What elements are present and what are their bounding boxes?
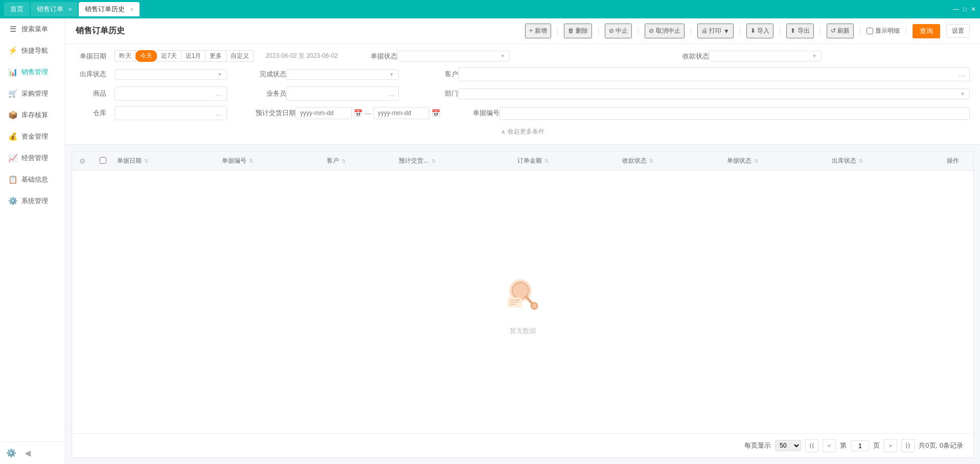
date-btn-7days[interactable]: 近7天 [156,50,181,62]
window-controls: — □ ✕ [953,6,976,13]
data-table: ⚙ 单据日期 ⇅ 单据编号 ⇅ [72,151,973,171]
collapse-bar[interactable]: ∧ 收起更多条件 [76,125,970,138]
page-size-select[interactable]: 50 10 20 100 [775,440,801,451]
import-button[interactable]: ⬇ 导入 [746,24,773,38]
tab-sales-order-history[interactable]: 销售订单历史 × [79,2,139,16]
date-btn-custom[interactable]: 自定义 [226,50,254,62]
tab-sales-order-close[interactable]: × [69,6,72,12]
th-customer-sort-icon[interactable]: ⇅ [341,158,346,164]
th-operation: 操作 [932,151,973,171]
date-btn-1month[interactable]: 近1月 [181,50,206,62]
sidebar-item-quick-nav[interactable]: ⚡ 快捷导航 [0,40,65,61]
th-outbound-status-sort-icon[interactable]: ⇅ [859,158,863,164]
sidebar-collapse-icon[interactable]: ◀ [25,448,31,458]
pagination-first[interactable]: ⟨⟨ [805,439,818,452]
tab-home[interactable]: 首页 [4,2,30,16]
dept-label: 部门 [427,89,458,98]
expected-date-from[interactable] [295,107,352,119]
show-detail-label[interactable]: 显示明细 [867,27,900,35]
empty-illustration [497,269,549,320]
pagination-page-input[interactable] [851,440,869,451]
th-order-no-sort-icon[interactable]: ⇅ [249,158,253,164]
filter-area: 单据日期 昨天 今天 近7天 近1月 更多 自定义 2023-06-02 至 2… [65,44,980,145]
status-label: 单据状态 [367,52,397,61]
search-menu-icon: ☰ [8,25,17,34]
pagination-prev[interactable]: ＜ [823,439,836,452]
window-minimize[interactable]: — [953,6,959,13]
order-no-input[interactable] [499,107,970,120]
sidebar-item-system-mgmt[interactable]: ⚙️ 系统管理 [0,190,65,212]
product-dots-icon[interactable]: ... [216,89,222,98]
th-doc-status-sort-icon[interactable]: ⇅ [754,158,758,164]
dept-chevron-icon: ▼ [960,91,965,97]
customer-label: 客户 [427,70,458,79]
empty-svg [497,269,549,320]
date-btn-today[interactable]: 今天 [135,50,157,62]
window-maximize[interactable]: □ [963,6,967,13]
top-bar: 首页 销售订单 × 销售订单历史 × — □ ✕ [0,0,980,18]
finance-icon: 💰 [8,132,17,141]
delete-button[interactable]: 🗑 删除 [564,24,592,38]
th-expected-date-sort-icon[interactable]: ⇅ [431,158,436,164]
page-size-label: 每页显示 [744,441,771,450]
cancel-stop-button[interactable]: ⊘ 取消中止 [645,24,684,38]
receipt-status-label: 收款状态 [678,52,709,61]
select-all-checkbox[interactable] [100,157,106,164]
tab-sales-order[interactable]: 销售订单 × [31,2,78,16]
dept-select[interactable]: ▼ [458,89,970,99]
settings-button[interactable]: 设置 [946,24,970,38]
status-select[interactable]: ▼ [397,51,510,61]
completion-select[interactable]: ▼ [286,69,399,80]
pagination-go-label: 第 [840,441,847,450]
table-settings-icon[interactable]: ⚙ [79,157,86,165]
sidebar-item-operations[interactable]: 📈 经营管理 [0,147,65,169]
sidebar-item-basic-info[interactable]: 📋 基础信息 [0,169,65,190]
sidebar-item-finance[interactable]: 💰 资金管理 [0,126,65,147]
page-header: 销售订单历史 + 新增 🗑 删除 ⊘ 中止 ⊘ 取消中止 [65,18,980,44]
page-title: 销售订单历史 [76,26,125,36]
query-button[interactable]: 查询 [913,24,940,38]
print-button[interactable]: 🖨 打印 ▼ [697,24,734,38]
toolbar-divider-4 [691,27,691,35]
stop-button[interactable]: ⊘ 中止 [605,24,632,38]
cancel-stop-button-label: ⊘ 取消中止 [649,27,680,35]
receipt-status-chevron-icon: ▼ [812,53,817,59]
tab-bar: 首页 销售订单 × 销售订单历史 × [4,2,953,16]
th-receipt-status-sort-icon[interactable]: ⇅ [649,158,653,164]
th-expected-date-label: 预计交货... [399,157,428,164]
th-doc-status-label: 单据状态 [727,157,751,164]
customer-dots-icon[interactable]: ... [959,70,965,79]
warehouse-input-group: ... [115,106,227,120]
sidebar-item-inventory[interactable]: 📦 库存核算 [0,104,65,126]
sidebar-item-sales-mgmt-label: 销售管理 [21,68,48,77]
expected-date-to[interactable] [373,107,429,119]
refresh-button[interactable]: ↺ 刷新 [827,24,854,38]
pagination-last[interactable]: ⟩⟩ [901,439,915,452]
calendar-to-icon[interactable]: 📅 [431,109,440,117]
show-detail-checkbox[interactable] [867,28,873,34]
receipt-status-select[interactable]: ▼ [709,51,822,61]
inventory-icon: 📦 [8,111,17,120]
sidebar-item-quick-nav-label: 快捷导航 [21,46,48,55]
pagination-next[interactable]: ＞ [884,439,897,452]
warehouse-dots-icon[interactable]: ... [216,108,222,118]
new-button[interactable]: + 新增 [525,24,551,38]
th-settings: ⚙ [72,151,93,171]
tab-sales-order-history-close[interactable]: × [130,6,133,12]
date-btn-yesterday[interactable]: 昨天 [115,50,136,62]
th-amount-sort-icon[interactable]: ⇅ [544,158,549,164]
sidebar-settings-icon[interactable]: ⚙️ [6,448,16,458]
operations-icon: 📈 [8,153,17,163]
window-close[interactable]: ✕ [971,6,976,13]
sidebar: ☰ 搜索菜单 ⚡ 快捷导航 📊 销售管理 🛒 采购管理 📦 库存核算 💰 资金管… [0,18,65,464]
date-btn-more[interactable]: 更多 [205,50,226,62]
th-date-sort-icon[interactable]: ⇅ [144,158,148,164]
sidebar-item-purchase-mgmt[interactable]: 🛒 采购管理 [0,83,65,104]
outbound-select[interactable]: ▼ [115,69,227,80]
salesman-input-group: ... [286,86,399,101]
calendar-from-icon[interactable]: 📅 [354,109,362,117]
salesman-dots-icon[interactable]: ... [388,89,394,98]
sidebar-item-sales-mgmt[interactable]: 📊 销售管理 [0,61,65,83]
sidebar-item-search-menu[interactable]: ☰ 搜索菜单 [0,18,65,40]
export-button[interactable]: ⬆ 导出 [786,24,813,38]
